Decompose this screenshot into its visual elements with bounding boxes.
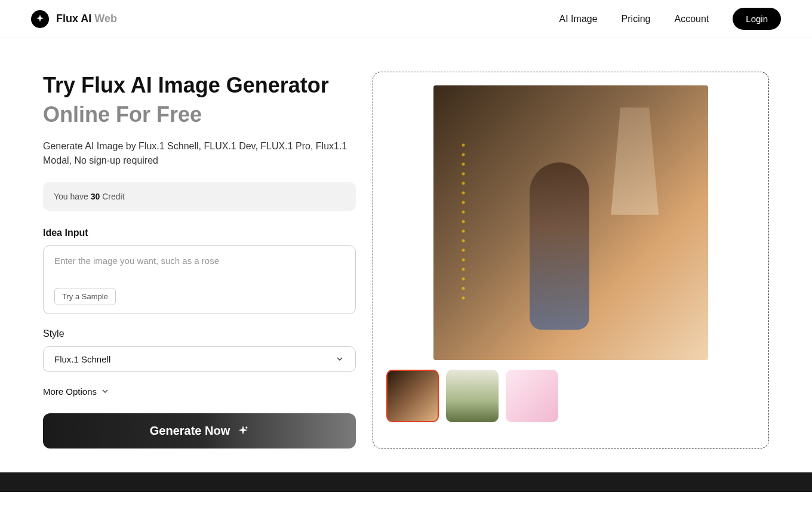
generate-button-label: Generate Now: [150, 424, 230, 438]
page-title: Try Flux AI Image Generator: [43, 72, 356, 100]
idea-input-label: Idea Input: [43, 228, 356, 238]
chevron-down-icon: [335, 354, 345, 364]
header: Flux AI Web AI Image Pricing Account Log…: [0, 0, 812, 38]
logo[interactable]: Flux AI Web: [31, 10, 117, 28]
main-content: Try Flux AI Image Generator Online For F…: [0, 38, 812, 472]
more-options-toggle[interactable]: More Options: [43, 386, 356, 397]
try-sample-button[interactable]: Try a Sample: [54, 288, 116, 305]
login-button[interactable]: Login: [733, 8, 781, 30]
nav-ai-image[interactable]: AI Image: [559, 14, 598, 24]
logo-text: Flux AI Web: [56, 13, 117, 25]
prompt-container: Try a Sample: [43, 245, 356, 314]
prompt-input[interactable]: [54, 256, 345, 281]
thumbnail-2[interactable]: [446, 370, 499, 422]
preview-image: [433, 85, 708, 360]
more-options-label: More Options: [43, 386, 97, 397]
style-label: Style: [43, 328, 356, 339]
style-select[interactable]: Flux.1 Schnell: [43, 346, 356, 372]
thumbnails: [386, 370, 558, 422]
footer: [0, 472, 812, 492]
generate-button[interactable]: Generate Now: [43, 413, 356, 449]
credit-box: You have 30 Credit: [43, 182, 356, 211]
nav: AI Image Pricing Account Login: [559, 8, 781, 30]
nav-account[interactable]: Account: [674, 14, 709, 24]
credit-count: 30: [91, 192, 100, 201]
logo-icon: [31, 10, 49, 28]
chevron-down-icon: [100, 386, 110, 396]
thumbnail-3[interactable]: [506, 370, 558, 422]
description: Generate AI Image by Flux.1 Schnell, FLU…: [43, 139, 356, 168]
sparkle-icon: [237, 425, 249, 437]
thumbnail-1[interactable]: [386, 370, 439, 422]
left-panel: Try Flux AI Image Generator Online For F…: [43, 72, 356, 449]
credit-prefix: You have: [54, 192, 91, 201]
nav-pricing[interactable]: Pricing: [622, 14, 651, 24]
credit-suffix: Credit: [100, 192, 124, 201]
page-subtitle: Online For Free: [43, 102, 356, 127]
style-value: Flux.1 Schnell: [54, 354, 110, 364]
preview-panel: [373, 72, 769, 449]
